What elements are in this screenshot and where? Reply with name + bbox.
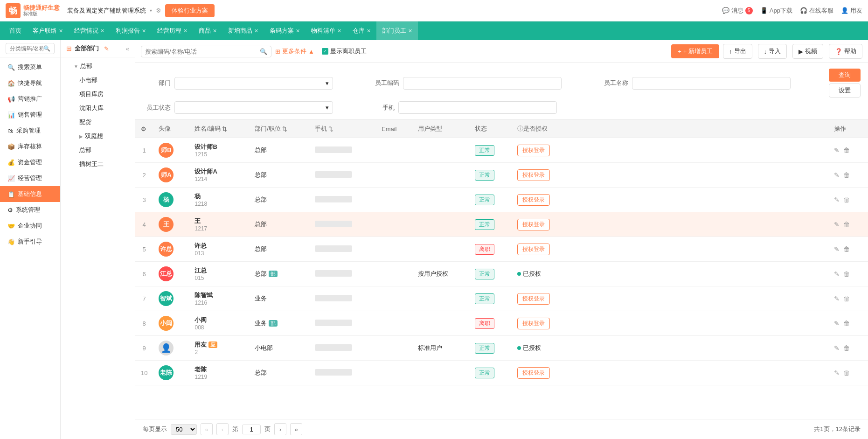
user-avatar-btn[interactable]: 👤 用友 [841,7,862,15]
dept-node-project-storage[interactable]: 项目库房 [61,87,135,101]
delete-button[interactable]: 🗑 [843,295,850,302]
system-dropdown-arrow[interactable]: ▾ [150,8,152,13]
edit-button[interactable]: ✎ [834,221,840,228]
dept-collapse-btn[interactable]: « [126,45,129,52]
first-page-btn[interactable]: « [201,423,213,435]
tab-close[interactable]: ✕ [254,28,258,34]
edit-button[interactable]: ✎ [834,369,840,376]
dept-node-chashuwanger[interactable]: 插树王二 [61,157,135,171]
sidebar-item-system[interactable]: ⚙ 系统管理 [0,202,60,218]
help-button[interactable]: ❓ 帮助 [829,44,862,59]
tab-close[interactable]: ✕ [100,28,104,34]
delete-button[interactable]: 🗑 [843,196,850,203]
add-employee-button[interactable]: + + 新增员工 [671,44,719,58]
sidebar-item-base-info[interactable]: 📋 基础信息 [0,186,60,202]
search-input[interactable] [145,48,260,55]
edit-button[interactable]: ✎ [834,344,840,352]
message-btn[interactable]: 💬 消息 5 [722,7,753,15]
th-phone[interactable]: 手机 ⇅ [309,120,376,138]
edit-button[interactable]: ✎ [834,295,840,302]
dept-node-small-elec[interactable]: 小电部 [61,73,135,87]
set-button[interactable]: 设置 [829,84,861,98]
edit-button[interactable]: ✎ [834,171,840,179]
gear-icon[interactable]: ⚙ [156,7,161,14]
page-number-input[interactable] [242,425,261,434]
sidebar-item-search[interactable]: 🔍 搜索菜单 [0,59,60,75]
sidebar-item-nav[interactable]: 🏠 快捷导航 [0,75,60,91]
tab-new-goods[interactable]: 新增商品 ✕ [222,21,264,40]
experience-button[interactable]: 体验行业方案 [165,4,215,17]
page-size-select[interactable]: 50 100 [171,424,197,435]
authorize-button[interactable]: 授权登录 [517,244,550,255]
th-settings[interactable]: ⚙ [135,120,153,138]
classify-search-input[interactable] [10,45,43,52]
dept-node-headquarters[interactable]: ▼总部 [61,59,135,73]
name-filter-input[interactable] [632,77,791,90]
view-button[interactable]: ▶ 视频 [792,44,823,59]
edit-button[interactable]: ✎ [834,146,840,154]
dept-node-zongbu[interactable]: 总部 [61,143,135,157]
show-resigned-toggle[interactable]: ✓ 显示离职员工 [322,47,367,56]
delete-button[interactable]: 🗑 [843,171,850,179]
tab-close[interactable]: ✕ [183,28,187,34]
dept-node-delivery[interactable]: 配货 [61,115,135,129]
sidebar-item-collab[interactable]: 🤝 企业协同 [0,218,60,234]
authorize-button[interactable]: 授权登录 [517,293,550,305]
dept-edit-icon[interactable]: ✎ [102,44,111,53]
tab-warehouse[interactable]: 仓库 ✕ [347,21,376,40]
tab-home[interactable]: 首页 [4,21,27,40]
tab-close[interactable]: ✕ [367,28,371,34]
delete-button[interactable]: 🗑 [843,146,850,154]
authorize-button[interactable]: 授权登录 [517,367,550,379]
classify-search-icon[interactable]: 🔍 [43,45,50,52]
tab-close[interactable]: ✕ [337,28,341,34]
show-resigned-checkbox[interactable]: ✓ [322,48,328,55]
tab-close[interactable]: ✕ [142,28,146,34]
authorize-button[interactable]: 授权登录 [517,169,550,181]
tab-close[interactable]: ✕ [296,28,300,34]
tab-department[interactable]: 部门员工 ✕ [376,21,418,40]
tab-profit[interactable]: 利润报告 ✕ [110,21,152,40]
prev-page-btn[interactable]: ‹ [216,423,229,435]
phone-filter-input[interactable] [398,101,557,114]
code-filter-input[interactable] [403,77,562,90]
tab-close[interactable]: ✕ [213,28,217,34]
edit-button[interactable]: ✎ [834,270,840,278]
online-service-btn[interactable]: 🎧 在线客服 [800,7,833,15]
sidebar-item-marketing[interactable]: 📢 营销推广 [0,91,60,107]
sidebar-item-purchase[interactable]: 🛍 采购管理 [0,123,60,139]
app-download-btn[interactable]: 📱 App下载 [760,7,792,15]
authorize-button[interactable]: 授权登录 [517,318,550,329]
authorize-button[interactable]: 授权登录 [517,219,550,230]
dept-node-shuangtingxiang[interactable]: ▶双庭想 [61,129,135,143]
authorize-button[interactable]: 授权登录 [517,145,550,156]
tab-bom[interactable]: 物料清单 ✕ [306,21,347,40]
export-button[interactable]: ↑ 导出 [723,44,752,59]
edit-button[interactable]: ✎ [834,245,840,253]
edit-button[interactable]: ✎ [834,320,840,327]
status-filter-select[interactable]: ▾ [174,101,333,114]
dept-filter-select[interactable]: ▾ [174,77,333,90]
tab-history[interactable]: 经营历程 ✕ [152,21,193,40]
tab-barcode[interactable]: 条码方案 ✕ [264,21,306,40]
sidebar-item-finance[interactable]: 💰 资金管理 [0,154,60,170]
delete-button[interactable]: 🗑 [843,369,850,376]
tab-operation[interactable]: 经营情况 ✕ [69,21,110,40]
search-icon[interactable]: 🔍 [260,48,267,55]
sidebar-item-sales[interactable]: 📊 销售管理 [0,107,60,123]
dept-node-shenyang[interactable]: 沈阳大库 [61,101,135,115]
edit-button[interactable]: ✎ [834,196,840,203]
delete-button[interactable]: 🗑 [843,221,850,228]
sidebar-item-operation[interactable]: 📈 经营管理 [0,170,60,186]
tab-close[interactable]: ✕ [408,28,412,34]
more-conditions-btn[interactable]: ⊞ 更多条件 ▲ [275,47,314,56]
tab-customer[interactable]: 客户联络 ✕ [27,21,69,40]
last-page-btn[interactable]: » [290,423,302,435]
authorize-button[interactable]: 授权登录 [517,194,550,206]
sidebar-item-guide[interactable]: 👋 新手引导 [0,234,60,250]
sidebar-item-inventory[interactable]: 📦 库存核算 [0,139,60,154]
delete-button[interactable]: 🗑 [843,320,850,327]
import-button[interactable]: ↓ 导入 [758,44,787,59]
delete-button[interactable]: 🗑 [843,245,850,253]
tab-goods[interactable]: 商品 ✕ [193,21,222,40]
